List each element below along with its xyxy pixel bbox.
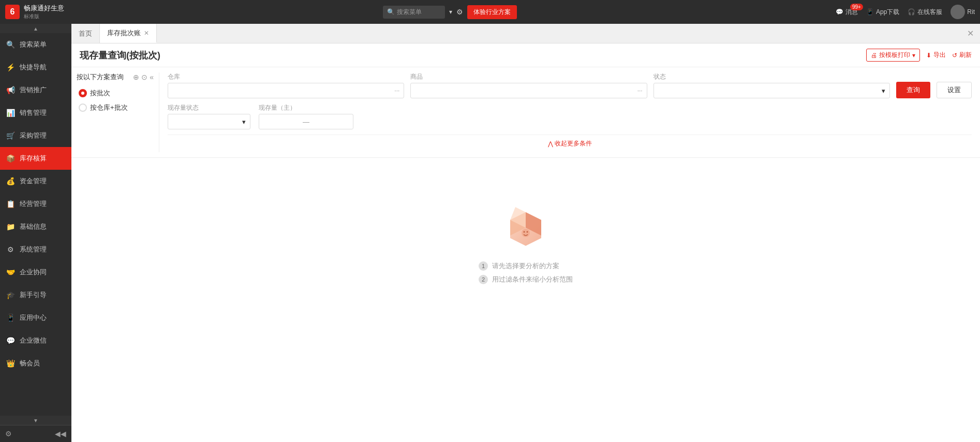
stock-status-select[interactable]: ▾ [168,114,250,129]
panel-header: 按以下方案查询 ⊕ ⊙ « [77,72,154,82]
sidebar-item-member[interactable]: 👑 畅会员 [0,352,71,375]
sidebar-item-search-menu[interactable]: 🔍 搜索菜单 [0,33,71,56]
export-btn[interactable]: ⬇ 导出 [926,51,946,60]
page-title-bar: 现存量查询(按批次) 🖨 按模板打印 ▾ ⬇ 导出 ↺ 刷新 [71,43,980,67]
sidebar-item-quick-nav[interactable]: ⚡ 快捷导航 [0,56,71,79]
tab-inventory-batch[interactable]: 库存批次账 ✕ [100,24,157,43]
tab-home-label: 首页 [79,29,92,38]
headset-icon: 🎧 [908,8,915,16]
stock-range-min[interactable] [259,115,301,128]
refresh-btn[interactable]: ↺ 刷新 [952,51,972,60]
query-btn[interactable]: 查询 [896,82,930,98]
print-btn[interactable]: 🖨 按模板打印 ▾ [866,49,920,62]
collapse-area[interactable]: ⋀ 收起更多条件 [168,135,972,152]
collapse-label: 收起更多条件 [555,139,592,148]
filter-row-2: 现存量状态 ▾ 现存量（主） — [168,104,972,129]
header-dropdown-btn[interactable]: ▾ [449,8,452,16]
header-center: 🔍 搜索菜单 ▾ ⚙ 体验行业方案 [383,5,517,19]
sidebar-item-finance[interactable]: 💰 资金管理 [0,170,71,193]
sidebar-item-purchase[interactable]: 🛒 采购管理 [0,124,71,147]
export-icon: ⬇ [926,52,931,59]
page-title-actions: 🖨 按模板打印 ▾ ⬇ 导出 ↺ 刷新 [866,49,972,62]
basic-info-icon: 📁 [5,222,16,232]
warehouse-label: 仓库 [168,72,404,81]
sidebar-item-label: 营销推广 [20,85,47,95]
sidebar-item-label: 基础信息 [20,222,47,231]
collapse-text: ⋀ 收起更多条件 [548,139,592,148]
sidebar-item-basic-info[interactable]: 📁 基础信息 [0,215,71,238]
sidebar-item-system[interactable]: ⚙ 系统管理 [0,238,71,261]
setting-btn[interactable]: 设置 [937,82,972,98]
panel-add-btn[interactable]: ⊕ [133,73,139,81]
top-header: 6 畅康通好生意 标准版 🔍 搜索菜单 ▾ ⚙ 体验行业方案 💬 消息 99+ … [0,0,980,24]
sidebar-item-inventory[interactable]: 📦 库存核算 [0,147,71,170]
filter-field-stock-main: 现存量（主） — [259,104,353,129]
sidebar-item-sales[interactable]: 📊 销售管理 [0,101,71,124]
empty-state: 1 请先选择要分析的方案 2 用过滤条件来缩小分析范围 [71,158,980,326]
search-bar[interactable]: 🔍 搜索菜单 [383,6,445,19]
hint-text-2: 用过滤条件来缩小分析范围 [492,275,573,284]
tab-close-main-icon[interactable]: ✕ [961,24,980,43]
sidebar-item-newbie[interactable]: 🎓 新手引导 [0,284,71,306]
stock-range-max[interactable] [311,115,353,128]
empty-icon [500,199,552,251]
filter-field-status: 状态 ▾ [654,72,890,98]
panel-header-actions: ⊕ ⊙ « [133,73,154,81]
print-dropdown-icon: ▾ [912,52,915,59]
refresh-label: 刷新 [959,51,972,60]
sidebar-settings-btn[interactable]: ⚙ [5,430,12,438]
collapse-up-icon: ⋀ [548,140,553,148]
header-gear-btn[interactable]: ⚙ [456,8,463,16]
experience-btn[interactable]: 体验行业方案 [467,5,517,19]
panel-collapse-btn[interactable]: « [150,73,154,81]
tab-home[interactable]: 首页 [71,24,100,43]
status-label: 状态 [654,72,890,81]
sidebar-item-enterprise[interactable]: 🤝 企业协同 [0,261,71,284]
product-more-icon: ··· [637,87,643,94]
filter-row-1: 仓库 ··· 商品 ··· [168,72,972,98]
sidebar-item-label: 企业微信 [20,336,47,345]
stock-status-label: 现存量状态 [168,104,250,112]
status-select[interactable]: ▾ [654,83,890,98]
sidebar-items: 🔍 搜索菜单 ⚡ 快捷导航 📢 营销推广 📊 销售管理 🛒 采购管理 📦 [0,33,71,416]
sidebar-item-label: 销售管理 [20,108,47,117]
sidebar-item-marketing[interactable]: 📢 营销推广 [0,79,71,101]
scheme-radio-batch [79,89,87,97]
scheme-label-warehouse-batch: 按仓库+批次 [90,103,128,112]
scheme-item-batch[interactable]: 按批次 [77,86,154,100]
sidebar-item-operation[interactable]: 📋 经营管理 [0,193,71,215]
sidebar-item-label: 采购管理 [20,131,47,140]
app-download-action[interactable]: 📱 App下载 [866,8,899,17]
finance-icon: 💰 [5,176,16,186]
left-panel: 按以下方案查询 ⊕ ⊙ « 按批次 按仓库+批次 [71,72,159,152]
tab-close-icon[interactable]: ✕ [144,30,149,37]
scheme-item-warehouse-batch[interactable]: 按仓库+批次 [77,100,154,115]
hint-num-1: 1 [479,261,488,271]
online-service-label: 在线客服 [917,8,942,17]
sidebar-bottom: ⚙ ◀◀ [0,425,71,442]
sidebar-item-label: 新手引导 [20,290,47,300]
message-action[interactable]: 💬 消息 99+ [836,8,858,17]
sidebar-scroll-up[interactable]: ▲ [0,24,71,33]
panel-settings-btn[interactable]: ⊙ [141,73,147,81]
sidebar-item-label: 库存核算 [20,154,47,163]
sidebar-item-wechat[interactable]: 💬 企业微信 [0,329,71,352]
sidebar-item-app-center[interactable]: 📱 应用中心 [0,306,71,329]
brand-logo: 6 [5,5,20,19]
online-service-action[interactable]: 🎧 在线客服 [908,8,942,17]
stock-range-dash: — [301,118,311,126]
sidebar-scroll-down[interactable]: ▼ [0,416,71,425]
warehouse-input[interactable]: ··· [168,83,404,98]
status-chevron-icon: ▾ [882,87,885,95]
user-action[interactable]: Rit [951,5,975,19]
page-content: 现存量查询(按批次) 🖨 按模板打印 ▾ ⬇ 导出 ↺ 刷新 [71,43,980,442]
user-name: Rit [967,8,975,16]
filter-area: 按以下方案查询 ⊕ ⊙ « 按批次 按仓库+批次 [71,67,980,158]
search-label: 搜索菜单 [397,8,422,17]
filter-field-product: 商品 ··· [410,72,647,98]
product-input[interactable]: ··· [410,83,647,98]
sidebar-item-label: 企业协同 [20,268,47,277]
sidebar-item-label: 搜索菜单 [20,40,47,49]
sidebar-collapse-btn[interactable]: ◀◀ [55,430,66,438]
header-left: 6 畅康通好生意 标准版 [5,4,64,20]
